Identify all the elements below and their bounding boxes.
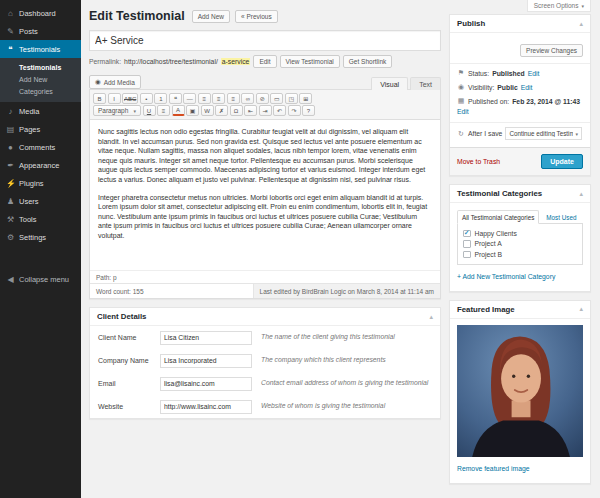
sidebar-item-settings[interactable]: ⚙ Settings: [0, 228, 81, 246]
published-on-row: ▦ Published on: Feb 23, 2014 @ 11:43 Edi…: [450, 94, 590, 118]
unlink-icon[interactable]: ⊘: [256, 93, 269, 104]
toolbar-toggle-icon[interactable]: ⊞: [299, 93, 312, 104]
clear-formatting-icon[interactable]: ✗: [215, 105, 228, 116]
special-character-icon[interactable]: Ω: [230, 105, 243, 116]
previous-button[interactable]: « Previous: [235, 10, 278, 23]
sidebar-item-users[interactable]: ♟ Users: [0, 192, 81, 210]
submenu-item-categories[interactable]: Categories: [0, 85, 81, 97]
toggle-panel-icon[interactable]: ▴: [429, 313, 433, 321]
align-right-icon[interactable]: ≡: [227, 93, 240, 104]
remove-featured-image-link[interactable]: Remove featured image: [457, 465, 530, 472]
sidebar-item-testimonials[interactable]: ❝ Testimonials: [0, 40, 81, 58]
editor-content-area[interactable]: Nunc sagittis lectus non odio egestas fr…: [90, 120, 440, 270]
sidebar-item-appearance[interactable]: ✒ Appearance: [0, 156, 81, 174]
add-new-category-link[interactable]: + Add New Testimonial Category: [457, 273, 555, 280]
permalink-url: http://localhost/tree/testimonial/: [124, 58, 218, 65]
after-save-select[interactable]: Continue editing Testim ▾: [505, 127, 582, 140]
collapse-menu-label: Collapse menu: [19, 275, 69, 284]
sidebar-item-tools[interactable]: ⚒ Tools: [0, 210, 81, 228]
publish-footer: Move to Trash Update: [450, 147, 590, 175]
sidebar-item-media[interactable]: ♪ Media: [0, 102, 81, 120]
toggle-panel-icon[interactable]: ▴: [579, 305, 583, 313]
company-name-input[interactable]: [160, 354, 252, 368]
permalink-label: Permalink:: [89, 58, 121, 65]
get-shortlink-button[interactable]: Get Shortlink: [343, 55, 393, 68]
paste-as-text-icon[interactable]: ▣: [186, 105, 199, 116]
update-button[interactable]: Update: [541, 154, 583, 169]
sidebar-item-label: Settings: [19, 233, 46, 242]
wordpress-admin-screen: ⌂ Dashboard ✎ Posts ❝ Testimonials Testi…: [0, 0, 600, 498]
help-icon[interactable]: ?: [302, 105, 315, 116]
page-header: Edit Testimonial Add New « Previous: [89, 9, 441, 23]
checkbox-unchecked-icon[interactable]: [463, 240, 471, 248]
preview-changes-button[interactable]: Preview Changes: [520, 44, 583, 57]
tab-all-categories[interactable]: All Testimonial Categories: [457, 210, 539, 224]
text-color-icon[interactable]: A: [172, 105, 185, 116]
move-to-trash-link[interactable]: Move to Trash: [457, 158, 500, 165]
bold-icon[interactable]: B: [93, 93, 106, 104]
toggle-panel-icon[interactable]: ▴: [579, 190, 583, 198]
paragraph-format-select[interactable]: Paragraph ▾: [93, 105, 141, 116]
sidebar-item-pages[interactable]: ▤ Pages: [0, 120, 81, 138]
toolbar-row-2: Paragraph ▾ U ≡ A ▣ W ✗ Ω ⇤ ⇥: [93, 105, 437, 116]
horizontal-rule-icon[interactable]: —: [183, 93, 196, 104]
tab-text[interactable]: Text: [410, 77, 441, 90]
toggle-panel-icon[interactable]: ▴: [579, 20, 583, 28]
status-row: ⚑ Status: Published Edit: [450, 66, 590, 80]
post-status-icon: ⚑: [457, 69, 465, 77]
collapse-menu-button[interactable]: ◀ Collapse menu: [0, 270, 81, 288]
edit-date-link[interactable]: Edit: [457, 108, 469, 115]
edit-status-link[interactable]: Edit: [528, 70, 540, 77]
sidebar-item-posts[interactable]: ✎ Posts: [0, 22, 81, 40]
client-name-input[interactable]: [160, 331, 252, 345]
publish-misc-section: ⚑ Status: Published Edit ◉ Visibility: P…: [450, 64, 590, 123]
category-item-project-b[interactable]: Project B: [463, 249, 577, 260]
read-more-icon[interactable]: ▭: [270, 93, 283, 104]
paste-from-word-icon[interactable]: W: [201, 105, 214, 116]
sidebar-item-plugins[interactable]: ⚡ Plugins: [0, 174, 81, 192]
redo-icon[interactable]: ↷: [288, 105, 301, 116]
edit-permalink-button[interactable]: Edit: [253, 55, 276, 68]
categories-header[interactable]: Testimonial Categories ▴: [450, 185, 590, 203]
metabox-title: Featured Image: [457, 305, 515, 314]
tab-most-used[interactable]: Most Used: [546, 211, 576, 223]
visibility-row: ◉ Visibility: Public Edit: [450, 80, 590, 94]
view-testimonial-button[interactable]: View Testimonial: [280, 55, 340, 68]
undo-icon[interactable]: ↶: [273, 105, 286, 116]
publish-header[interactable]: Publish ▴: [450, 15, 590, 33]
submenu-item-testimonials[interactable]: Testimonials: [0, 61, 81, 73]
outdent-icon[interactable]: ⇤: [244, 105, 257, 116]
fullscreen-icon[interactable]: ◳: [285, 93, 298, 104]
category-item-project-a[interactable]: Project A: [463, 239, 577, 250]
blockquote-icon[interactable]: ❝: [169, 93, 182, 104]
post-title-input[interactable]: [89, 30, 441, 51]
featured-image-metabox: Featured Image ▴: [449, 300, 591, 484]
align-center-icon[interactable]: ≡: [212, 93, 225, 104]
email-input[interactable]: [160, 377, 252, 391]
permalink-slug[interactable]: a-service: [221, 58, 251, 65]
bulleted-list-icon[interactable]: •: [140, 93, 153, 104]
numbered-list-icon[interactable]: 1: [154, 93, 167, 104]
link-icon[interactable]: ∞: [241, 93, 254, 104]
add-media-button[interactable]: ◉ Add Media: [89, 75, 141, 89]
justify-icon[interactable]: ≡: [157, 105, 170, 116]
indent-icon[interactable]: ⇥: [259, 105, 272, 116]
checkbox-checked-icon[interactable]: [463, 230, 471, 238]
featured-image-header[interactable]: Featured Image ▴: [450, 301, 590, 319]
category-item-happy-clients[interactable]: Happy Clients: [463, 228, 577, 239]
client-details-header[interactable]: Client Details ▴: [90, 308, 440, 326]
sidebar-item-comments[interactable]: ● Comments: [0, 138, 81, 156]
sidebar-item-dashboard[interactable]: ⌂ Dashboard: [0, 4, 81, 22]
tab-visual[interactable]: Visual: [371, 77, 408, 90]
add-new-button[interactable]: Add New: [192, 10, 230, 23]
checkbox-unchecked-icon[interactable]: [463, 251, 471, 259]
featured-image-photo[interactable]: [457, 325, 583, 457]
submenu-item-add-new[interactable]: Add New: [0, 73, 81, 85]
screen-options-tab[interactable]: Screen Options ▾: [527, 0, 591, 12]
strikethrough-icon[interactable]: ABC: [122, 93, 138, 104]
edit-visibility-link[interactable]: Edit: [521, 84, 533, 91]
align-left-icon[interactable]: ≡: [198, 93, 211, 104]
website-input[interactable]: [160, 400, 252, 414]
underline-icon[interactable]: U: [143, 105, 156, 116]
italic-icon[interactable]: I: [108, 93, 121, 104]
